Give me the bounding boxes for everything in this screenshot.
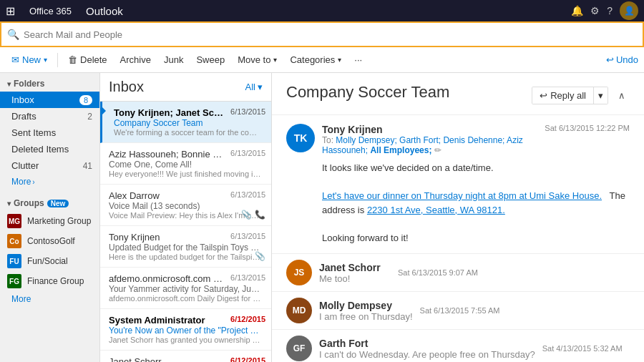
main-layout: ▾ Folders Inbox 8 Drafts 2 Sent Items De… [0,73,644,362]
sidebar-item-drafts[interactable]: Drafts 2 [0,108,99,124]
avatar[interactable]: 👤 [620,1,638,20]
group-contosogolf-icon: Co [7,234,21,248]
group-marketing[interactable]: MG Marketing Group [0,211,99,231]
email-date: 6/13/2015 [230,149,265,157]
email-date: 6/13/2015 [230,232,265,240]
undo-icon: ↩ [606,54,614,65]
delete-icon: 🗑 [68,54,77,65]
reply-all-dropdown[interactable]: ▾ [594,87,608,104]
sidebar-item-inbox[interactable]: Inbox 8 [0,92,99,108]
reading-title: Company Soccer Team [286,83,449,102]
delete-button[interactable]: 🗑 Delete [62,52,113,68]
more-chevron-icon: › [32,178,34,186]
search-bar: 🔍 [0,21,644,47]
undo-button[interactable]: ↩ Undo [606,54,638,65]
thread-item[interactable]: MD Molly Dempsey I am free on Thursday! … [272,292,644,330]
toolbar: ✉ New ▾ 🗑 Delete Archive Junk Sweep Move… [0,47,644,73]
email-subject: Come One, Come All! [109,160,263,170]
group-funsocial[interactable]: FU Fun/Social [0,251,99,271]
email-preview: Hey everyone!!! We just finished moving … [109,170,263,178]
email-sender: Alex Darrow [109,190,160,201]
thread-sender: Molly Dempsey [319,300,413,311]
top-bar: ⊞ Office 365 Outlook 🔔 ⚙ ? 👤 [0,0,644,21]
more-button[interactable]: ··· [348,52,368,68]
email-item[interactable]: System Administrator 6/12/2015 You're No… [100,309,271,351]
email-subject: Company Soccer Team [114,118,263,128]
sweep-button[interactable]: Sweep [190,52,230,68]
email-item[interactable]: afdemo.onmicrosoft.com on Yammer 6/13/20… [100,268,271,309]
new-dropdown-icon[interactable]: ▾ [44,56,47,64]
email-preview: Janet Schorr has granted you ownership w… [109,336,263,344]
thread-body: Me too! [319,273,391,284]
email-subject: Voice Mail (13 seconds) [109,201,263,211]
email-item[interactable]: Tony Krijnen 6/13/2015 Updated Budget fo… [100,226,271,268]
search-input[interactable] [24,29,637,40]
email-preview: Voice Mail Preview: Hey this is Alex I'm… [109,211,263,220]
thread-date: Sat 4/13/2015 5:32 AM [542,344,623,353]
collapse-button[interactable]: ∧ [614,87,630,104]
groups-chevron: ▾ [7,200,11,207]
email-item[interactable]: Aziz Hassouneh; Bonnie Kearney; D... 6/1… [100,143,271,185]
thread-body: It looks like we've decided on a date/ti… [322,161,630,245]
move-to-button[interactable]: Move to ▾ [232,52,283,68]
group-funsocial-icon: FU [7,254,21,268]
email-item[interactable]: Tony Krijnen; Janet Schorr; Molly D... 6… [100,102,271,143]
thread-item: TK Tony Krijnen To: Molly Dempsey; Garth… [272,115,644,254]
groups-header[interactable]: ▾ Groups New [0,192,99,211]
dinner-link[interactable]: Let's have our dinner on Thursday night … [322,190,602,201]
email-date: 6/13/2015 [230,273,265,282]
reading-pane: Company Soccer Team ↩ Reply all ▾ ∧ TK [272,73,644,362]
gear-icon[interactable]: ⚙ [590,5,600,16]
group-contosogolf[interactable]: Co ContosoGolf [0,231,99,251]
sidebar-item-sent[interactable]: Sent Items [0,124,99,141]
reply-all-main[interactable]: ↩ Reply all [532,87,594,104]
group-marketing-icon: MG [7,214,21,228]
group-finance[interactable]: FG Finance Group [0,271,99,291]
app-title: Outlook [86,5,123,17]
email-sender: System Administrator [109,315,205,326]
email-date: 6/12/2015 [230,356,265,362]
thread-item[interactable]: JS Janet Schorr Me too! Sat 6/13/2015 9:… [272,254,644,292]
email-item[interactable]: Alex Darrow 6/13/2015 Voice Mail (13 sec… [100,185,271,226]
new-button[interactable]: ✉ New ▾ [6,52,53,68]
thread-sender: Tony Krijnen [322,124,537,135]
attachment-icon: 📎 [241,210,252,220]
thread-sender: Janet Schorr [319,262,391,273]
thread-body: I am free on Thursday! [319,311,413,322]
email-item[interactable]: Janet Schorr 6/12/2015 Northwind Update … [100,351,271,362]
move-dropdown-icon: ▾ [273,56,277,64]
reading-header: Company Soccer Team ↩ Reply all ▾ ∧ [272,73,644,115]
app-name: Office 365 [21,6,80,16]
archive-button[interactable]: Archive [114,52,157,68]
thread-date: Sat 6/13/2015 12:22 PM [545,124,630,132]
email-sender: Tony Krijnen; Janet Schorr; Molly D... [114,107,228,118]
thread-to: To: Molly Dempsey; Garth Fort; Denis Deh… [322,135,537,155]
categories-button[interactable]: Categories ▾ [284,52,347,68]
new-icon: ✉ [11,54,19,65]
help-icon[interactable]: ? [607,5,613,16]
thread-avatar: MD [286,298,312,323]
thread-avatar: JS [286,260,312,285]
email-filter[interactable]: All ▾ [245,82,263,92]
email-preview: afdemo.onmicrosoft.com Daily Digest for … [109,294,263,303]
thread-avatar: GF [286,336,312,361]
thread-body: I can't do Wednesday. Are people free on… [319,349,535,360]
reply-all-button[interactable]: ↩ Reply all ▾ [532,87,608,104]
address-link[interactable]: 2230 1st Ave, Seattle, WA 98121. [367,205,505,215]
junk-button[interactable]: Junk [158,52,189,68]
to-recipients[interactable]: Molly Dempsey; Garth Fort; Denis Dehenne… [322,135,523,155]
email-subject: Your Yammer activity for Saturday, June … [109,284,263,294]
sidebar-item-clutter[interactable]: Clutter 41 [0,157,99,174]
sidebar-item-deleted[interactable]: Deleted Items [0,141,99,157]
thread-item[interactable]: GF Garth Fort I can't do Wednesday. Are … [272,330,644,362]
email-subject: You're Now an Owner of the "Project Falc… [109,326,263,336]
phone-icon: 📞 [255,210,265,220]
waffle-icon[interactable]: ⊞ [6,4,15,18]
folders-header[interactable]: ▾ Folders [0,73,99,92]
email-preview: We're forming a soccer team for the comp… [114,128,263,137]
email-subject: Updated Budget for the Tailspin Toys pro… [109,243,263,253]
thread-date: Sat 6/13/2015 9:07 AM [398,268,478,277]
folders-more[interactable]: More › [0,174,99,190]
bell-icon[interactable]: 🔔 [571,5,583,16]
groups-more[interactable]: More [0,291,99,307]
